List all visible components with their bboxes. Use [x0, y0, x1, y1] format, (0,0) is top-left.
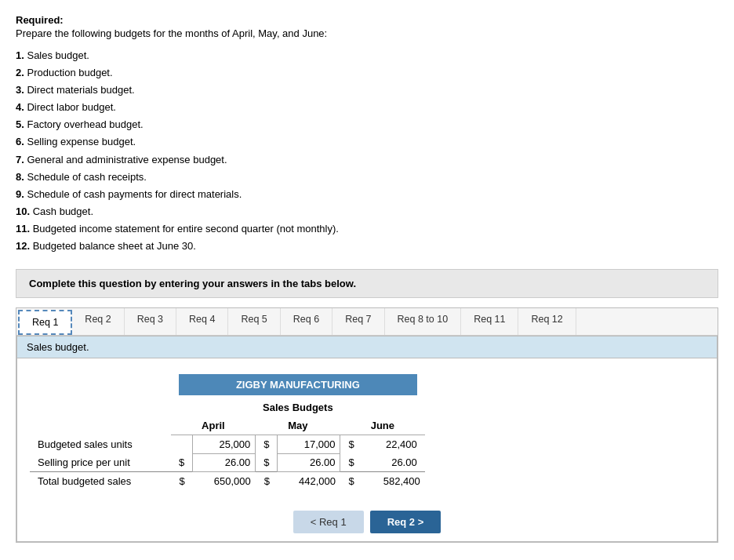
row-label-3: Total budgeted sales: [30, 472, 171, 491]
list-item: 1. Sales budget.: [16, 47, 718, 64]
row-label-1: Budgeted sales units: [30, 435, 171, 454]
tab-req2[interactable]: Req 2: [72, 308, 124, 335]
list-item: 10. Cash budget.: [16, 203, 718, 220]
prefix-may-2: $: [256, 453, 278, 472]
cell-june-1: 22,400: [362, 435, 425, 454]
cell-april-1[interactable]: 25,000: [193, 435, 256, 454]
nav-buttons: < Req 1 Req 2 >: [17, 500, 717, 541]
tab-req12[interactable]: Req 12: [518, 308, 576, 335]
budget-list: 1. Sales budget. 2. Production budget. 3…: [16, 47, 718, 255]
list-item: 11. Budgeted income statement for entire…: [16, 220, 718, 238]
content-area: Sales budget. ZIGBY MANUFACTURING Sales …: [16, 336, 718, 542]
next-button[interactable]: Req 2 >: [370, 511, 441, 533]
list-item: 12. Budgeted balance sheet at June 30.: [16, 238, 718, 255]
prefix-april-3: $: [171, 472, 193, 491]
cell-june-3: 582,400: [362, 472, 425, 491]
prefix-april-1: [171, 435, 193, 454]
budget-table: ZIGBY MANUFACTURING Sales Budgets April …: [30, 371, 425, 490]
intro-text: Prepare the following budgets for the mo…: [16, 27, 718, 39]
row-label-2: Selling price per unit: [30, 453, 171, 472]
cell-may-3: 442,000: [278, 472, 340, 491]
prefix-june-3: $: [340, 472, 362, 491]
list-item: 3. Direct materials budget.: [16, 82, 718, 99]
list-item: 8. Schedule of cash receipts.: [16, 169, 718, 186]
prefix-june-2: $: [340, 453, 362, 472]
tab-req6[interactable]: Req 6: [281, 308, 332, 335]
tab-req3[interactable]: Req 3: [125, 308, 176, 335]
required-label: Required:: [16, 14, 718, 26]
tabs-row: Req 1 Req 2 Req 3 Req 4 Req 5 Req 6 Req …: [16, 308, 718, 336]
tab-req1[interactable]: Req 1: [18, 310, 72, 335]
list-item: 9. Schedule of cash payments for direct …: [16, 186, 718, 203]
cell-june-2: 26.00: [362, 453, 425, 472]
list-item: 7. General and administrative expense bu…: [16, 151, 718, 169]
cell-may-1[interactable]: 17,000: [278, 435, 340, 454]
prefix-may-3: $: [256, 472, 278, 491]
section-header: Sales budget.: [17, 336, 717, 358]
company-name: ZIGBY MANUFACTURING: [179, 374, 417, 395]
prev-button[interactable]: < Req 1: [293, 511, 364, 533]
table-row: Budgeted sales units 25,000 $ 17,000 $ 2…: [30, 435, 425, 454]
prefix-may-1: $: [256, 435, 278, 454]
col-header-june: June: [340, 416, 425, 435]
prefix-april-2: $: [171, 453, 193, 472]
tab-req7[interactable]: Req 7: [332, 308, 384, 335]
tab-req8to10[interactable]: Req 8 to 10: [385, 308, 462, 335]
table-row-total: Total budgeted sales $ 650,000 $ 442,000…: [30, 472, 425, 491]
list-item: 5. Factory overhead budget.: [16, 116, 718, 133]
prefix-june-1: $: [340, 435, 362, 454]
list-item: 4. Direct labor budget.: [16, 99, 718, 116]
cell-may-2[interactable]: 26.00: [278, 453, 340, 472]
cell-april-2[interactable]: 26.00: [193, 453, 256, 472]
table-row: Selling price per unit $ 26.00 $ 26.00 $…: [30, 453, 425, 472]
tab-req5[interactable]: Req 5: [228, 308, 280, 335]
instruction-box: Complete this question by entering your …: [16, 269, 718, 298]
tab-req11[interactable]: Req 11: [461, 308, 518, 335]
tab-req4[interactable]: Req 4: [176, 308, 228, 335]
col-header-may: May: [256, 416, 340, 435]
table-wrapper: ZIGBY MANUFACTURING Sales Budgets April …: [17, 358, 717, 500]
cell-april-3: 650,000: [193, 472, 256, 491]
list-item: 6. Selling expense budget.: [16, 133, 718, 151]
col-header-april: April: [171, 416, 256, 435]
table-title: Sales Budgets: [171, 398, 425, 416]
list-item: 2. Production budget.: [16, 64, 718, 82]
